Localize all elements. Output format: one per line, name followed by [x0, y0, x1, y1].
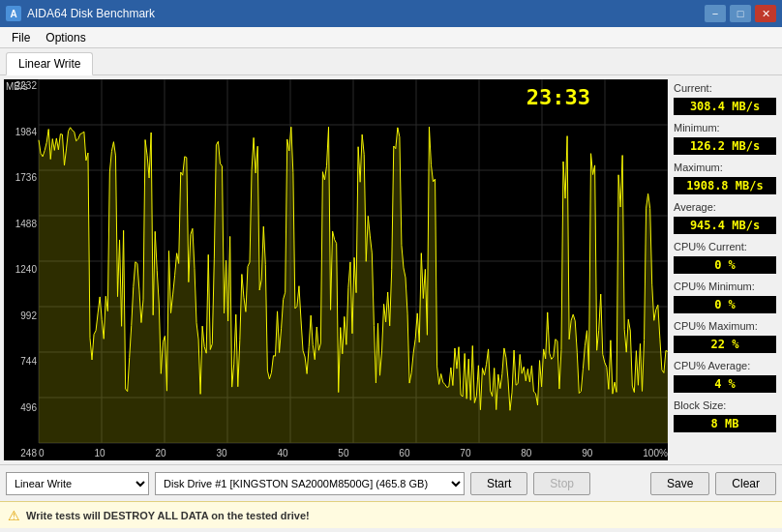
- menu-bar: File Options: [0, 27, 782, 48]
- title-bar: A AIDA64 Disk Benchmark − □ ✕: [0, 0, 782, 27]
- title-bar-controls: − □ ✕: [705, 5, 776, 22]
- warning-bar: ⚠ Write tests will DESTROY ALL DATA on t…: [0, 501, 782, 528]
- chart-time: 23:33: [526, 85, 590, 109]
- menu-options[interactable]: Options: [38, 29, 93, 46]
- cpu-average-label: CPU% Average:: [674, 360, 776, 371]
- cpu-current-label: CPU% Current:: [674, 241, 776, 252]
- maximum-value: 1908.8 MB/s: [674, 177, 776, 194]
- tab-linear-write[interactable]: Linear Write: [6, 52, 93, 75]
- average-label: Average:: [674, 201, 776, 213]
- block-size-label: Block Size:: [674, 399, 776, 411]
- x-label-7: 70: [460, 448, 470, 458]
- current-value: 308.4 MB/s: [674, 98, 776, 115]
- cpu-minimum-value: 0 %: [674, 296, 776, 313]
- y-axis: 2232 1984 1736 1488 1240 992 744 496 248: [4, 79, 39, 460]
- x-label-10: 100%: [643, 448, 668, 458]
- warning-text: Write tests will DESTROY ALL DATA on the…: [26, 510, 310, 521]
- window-title: AIDA64 Disk Benchmark: [27, 7, 155, 20]
- y-label-7: 496: [4, 403, 39, 413]
- x-label-1: 10: [94, 448, 105, 458]
- y-label-0: 2232: [4, 81, 39, 91]
- cpu-current-value: 0 %: [674, 256, 776, 274]
- test-type-dropdown[interactable]: Linear Write: [6, 472, 149, 495]
- cpu-minimum-label: CPU% Minimum:: [674, 281, 776, 292]
- current-label: Current:: [674, 82, 776, 94]
- warning-icon: ⚠: [8, 508, 20, 523]
- x-label-0: 0: [39, 448, 45, 458]
- x-label-2: 20: [155, 448, 165, 458]
- block-size-value: 8 MB: [674, 415, 776, 432]
- clear-button[interactable]: Clear: [715, 472, 776, 495]
- cpu-maximum-value: 22 %: [674, 336, 776, 353]
- start-button[interactable]: Start: [470, 472, 527, 495]
- average-value: 945.4 MB/s: [674, 217, 776, 234]
- title-bar-left: A AIDA64 Disk Benchmark: [6, 6, 155, 21]
- maximum-label: Maximum:: [674, 162, 776, 173]
- drive-dropdown[interactable]: Disk Drive #1 [KINGSTON SA2000M8500G] (4…: [155, 472, 465, 495]
- benchmark-chart: [4, 79, 668, 460]
- y-label-6: 744: [4, 357, 39, 367]
- cpu-maximum-label: CPU% Maximum:: [674, 320, 776, 332]
- y-label-3: 1488: [4, 220, 39, 229]
- cpu-average-value: 4 %: [674, 375, 776, 393]
- x-axis: 0 10 20 30 40 50 60 70 80 90 100%: [39, 445, 668, 460]
- y-label-8: 248: [4, 449, 39, 458]
- save-button[interactable]: Save: [650, 472, 709, 495]
- minimum-label: Minimum:: [674, 122, 776, 133]
- menu-file[interactable]: File: [4, 29, 38, 46]
- x-label-9: 90: [582, 448, 592, 458]
- x-label-8: 80: [521, 448, 531, 458]
- tabs-bar: Linear Write: [0, 48, 782, 75]
- chart-area: MB/s 2232 1984 1736 1488 1240 992 744 49…: [4, 79, 668, 460]
- y-label-4: 1240: [4, 265, 39, 275]
- maximize-button[interactable]: □: [730, 5, 751, 22]
- close-button[interactable]: ✕: [755, 5, 776, 22]
- y-label-1: 1984: [4, 128, 39, 137]
- minimum-value: 126.2 MB/s: [674, 137, 776, 155]
- y-label-5: 992: [4, 311, 39, 321]
- x-label-6: 60: [399, 448, 409, 458]
- x-label-3: 30: [216, 448, 226, 458]
- x-label-5: 50: [338, 448, 348, 458]
- bottom-controls: Linear Write Disk Drive #1 [KINGSTON SA2…: [0, 464, 782, 501]
- x-label-4: 40: [277, 448, 287, 458]
- app-icon: A: [6, 6, 21, 21]
- minimize-button[interactable]: −: [705, 5, 726, 22]
- main-content: MB/s 2232 1984 1736 1488 1240 992 744 49…: [0, 75, 782, 464]
- stop-button[interactable]: Stop: [533, 472, 590, 495]
- y-label-2: 1736: [4, 173, 39, 183]
- sidebar-stats: Current: 308.4 MB/s Minimum: 126.2 MB/s …: [668, 75, 782, 464]
